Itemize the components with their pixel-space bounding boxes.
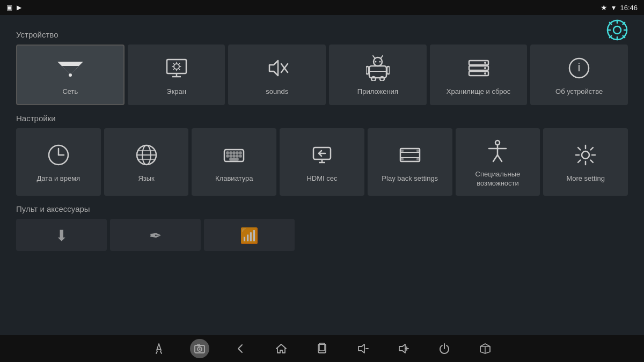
tile-keyboard[interactable]: Клавиатура [192,128,276,196]
remote-down-icon: ⬇ [55,227,68,245]
svg-point-32 [379,61,380,63]
app-icon: ▣ [6,4,12,11]
svg-marker-103 [358,344,364,353]
svg-point-45 [484,72,486,75]
clock-display: 16:46 [620,4,638,12]
settings-grid: Дата и время Язык [16,128,628,196]
gear-icon [574,142,597,168]
tile-remote-2[interactable]: ✒ [110,219,201,251]
tile-apps[interactable]: Приложения [329,45,427,105]
wifi-remote-icon: 📶 [240,227,259,245]
svg-line-90 [591,160,593,162]
nav-home[interactable] [272,339,291,358]
nav-power[interactable] [435,339,454,358]
film-icon [398,142,422,168]
section-title-remote: Пульт и аксессуары [16,204,628,213]
tile-storage[interactable]: Хранилище и сброс [430,45,528,105]
stylus-icon: ✒ [149,227,162,245]
svg-point-44 [484,67,486,69]
svg-point-13 [69,73,72,77]
nav-camera[interactable] [190,339,209,358]
section-title-settings: Настройки [16,114,628,123]
nav-vol-down[interactable] [353,339,372,358]
svg-line-91 [591,147,593,150]
tile-label-about: Об устройстве [555,87,603,97]
svg-point-30 [374,57,382,66]
svg-rect-77 [416,150,419,152]
svg-line-82 [493,155,497,161]
tile-label-keyboard: Клавиатура [215,174,253,183]
bluetooth-icon: ★ [601,3,608,12]
svg-line-83 [497,155,502,161]
tile-label-storage: Хранилище и сброс [447,87,511,97]
tile-language[interactable]: Язык [104,128,189,196]
svg-rect-75 [401,150,404,152]
status-bar: ▣ ▶ ★ ▾ 16:46 [0,0,644,15]
svg-rect-63 [230,155,232,157]
device-grid: Сеть [16,45,628,105]
svg-rect-64 [233,155,235,157]
hdmi-icon [310,142,334,168]
svg-rect-66 [239,155,241,157]
main-content: Устройство Сеть [0,15,644,335]
tile-label-playback: Play back settings [382,174,438,183]
svg-point-84 [582,151,589,159]
keyboard-icon [222,142,246,168]
svg-point-43 [484,62,486,64]
tile-playback[interactable]: Play back settings [368,128,452,196]
svg-line-92 [578,160,580,162]
tile-label-hdmi: HDMI cec [306,174,337,183]
svg-text:i: i [578,61,581,74]
tile-network[interactable]: Сеть [16,45,125,105]
nav-menu[interactable] [475,339,495,358]
svg-line-22 [173,63,174,64]
tile-remote-1[interactable]: ⬇ [16,219,107,251]
remote-grid: ⬇ ✒ 📶 [16,219,628,251]
nav-back[interactable] [231,339,250,358]
svg-line-24 [179,63,179,64]
section-title-device: Устройство [16,30,628,39]
svg-rect-37 [371,77,376,81]
tile-accessibility[interactable]: Специальные возможности [456,128,540,196]
wifi-icon [57,55,83,81]
status-bar-left: ▣ ▶ [6,4,21,11]
svg-point-98 [199,349,201,350]
svg-line-95 [160,351,162,353]
status-bar-right: ★ ▾ 16:46 [601,3,638,12]
svg-marker-26 [269,61,278,76]
youtube-icon: ▶ [17,4,21,11]
android-icon [366,55,390,81]
tile-moresetting[interactable]: More setting [543,128,628,196]
tile-label-datetime: Дата и время [37,174,80,183]
tile-about[interactable]: i Об устройстве [530,45,628,105]
tile-label-accessibility: Специальные возможности [473,170,522,188]
tile-sounds[interactable]: sounds [228,45,326,105]
nav-bar [0,335,644,362]
svg-point-17 [174,64,179,69]
info-icon: i [567,55,591,81]
nav-recents[interactable] [312,339,332,358]
svg-line-25 [173,69,174,69]
svg-line-34 [381,56,383,58]
accessibility-icon [486,138,509,164]
signal-icon: ▾ [612,3,616,12]
tile-label-moresetting: More setting [566,174,605,183]
tile-label-display: Экран [166,87,186,97]
svg-rect-35 [366,67,369,74]
tile-hdmi[interactable]: HDMI cec [280,128,364,196]
tile-remote-3[interactable]: 📶 [204,219,295,251]
display-icon [165,55,188,81]
globe-icon [135,142,158,168]
svg-rect-58 [230,152,232,154]
nav-rocket[interactable] [149,339,169,358]
tile-datetime[interactable]: Дата и время [16,128,101,196]
svg-line-89 [578,147,580,150]
svg-rect-62 [226,155,229,157]
storage-icon [467,55,491,81]
svg-line-33 [373,56,375,58]
nav-vol-up[interactable] [394,339,413,358]
tile-display[interactable]: Экран [128,45,225,105]
svg-rect-61 [239,152,241,154]
tile-label-apps: Приложения [357,87,398,97]
svg-rect-38 [380,77,384,81]
